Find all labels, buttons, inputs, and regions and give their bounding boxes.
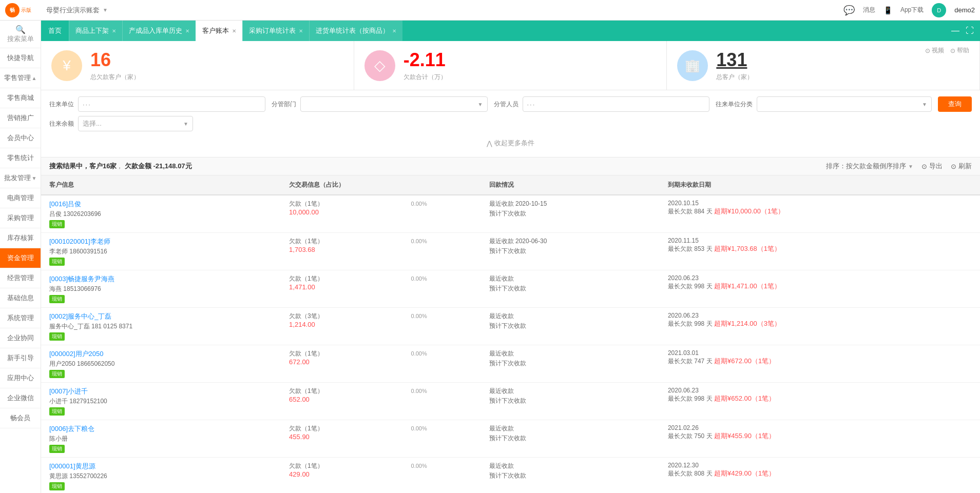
- overdue-link-0[interactable]: 超期¥10,000.00（1笔）: [714, 207, 784, 215]
- customer-name-link-4[interactable]: [000002]用户2050: [49, 349, 273, 359]
- table-row: [000002]用户2050 用户2050 18665062050 现销 欠款（…: [41, 345, 980, 383]
- overdue-link-4[interactable]: 超期¥672.00（1笔）: [714, 357, 775, 365]
- cell-customer-5: [0007]小进千 小进千 18279152100 现销: [41, 383, 281, 420]
- main-wrapper: 🔍 搜索菜单 快捷导航 零售管理 ▲ 零售商城 营销推广 会员中心 零售统计: [0, 21, 980, 493]
- sidebar-item-ecommerce[interactable]: 电商管理: [0, 188, 41, 208]
- sidebar-item-enterprise-wechat[interactable]: 企业微信: [0, 388, 41, 408]
- user-avatar[interactable]: D: [932, 3, 946, 17]
- overdue-link-1[interactable]: 超期¥1,703.68（1笔）: [714, 245, 781, 252]
- tab-inbound-stats-close[interactable]: ✕: [392, 28, 396, 34]
- sidebar-item-finance[interactable]: 资金管理: [0, 248, 41, 268]
- export-btn[interactable]: ⊙ 导出: [921, 162, 943, 171]
- data-table: 客户信息 欠交易信息（占比） 回款情况 到期未收款日期 [0016]吕俊 吕俊 …: [41, 175, 980, 493]
- cell-due-0: 2020.10.15 最长欠款 884 天 超期¥10,000.00（1笔）: [660, 195, 980, 233]
- owe-pct-1: 0.00%: [411, 238, 473, 244]
- sidebar-item-batch-mgmt[interactable]: 批发管理 ▼: [0, 168, 41, 188]
- tab-product-inbound[interactable]: 产成品入库单历史 ✕: [122, 21, 196, 41]
- overdue-days-0: 最长欠款 884 天 超期¥10,000.00（1笔）: [668, 207, 972, 216]
- tab-customer-account[interactable]: 客户账本 ✕: [196, 21, 242, 41]
- owe-amount-4[interactable]: 672.00: [289, 358, 394, 366]
- collapse-btn[interactable]: ⋀ 收起更多条件: [49, 135, 972, 151]
- sidebar-item-member[interactable]: 会员中心: [0, 128, 41, 148]
- owe-amount-6[interactable]: 455.90: [289, 433, 394, 441]
- due-date-3: 2020.06.23: [668, 312, 972, 319]
- tab-customer-account-close[interactable]: ✕: [232, 28, 236, 34]
- sidebar-item-basic-info[interactable]: 基础信息: [0, 288, 41, 308]
- owe-amount-7[interactable]: 429.00: [289, 470, 394, 478]
- owe-amount-5[interactable]: 652.00: [289, 396, 394, 403]
- message-icon[interactable]: 💬: [843, 5, 855, 16]
- content-area: 首页 商品上下架 ✕ 产成品入库单历史 ✕ 客户账本 ✕ 采购订单统计表 ✕: [41, 21, 980, 493]
- customer-name-link-1[interactable]: [0001020001]李老师: [49, 237, 273, 246]
- sidebar-item-purchase[interactable]: 采购管理: [0, 208, 41, 228]
- tab-inbound-stats[interactable]: 进货单统计表（按商品） ✕: [309, 21, 402, 41]
- sidebar-item-new-guide[interactable]: 新手引导: [0, 348, 41, 368]
- export-label: 导出: [929, 162, 943, 171]
- view-btn[interactable]: ⊙ 视频: [925, 46, 944, 55]
- overdue-link-6[interactable]: 超期¥455.90（1笔）: [714, 432, 775, 440]
- customer-phone-1: 李老师 18600391516: [49, 247, 273, 256]
- owe-label-0: 欠款（1笔）: [289, 200, 394, 208]
- tab-minimize-btn[interactable]: —: [949, 25, 962, 36]
- tab-product-offshelf-close[interactable]: ✕: [112, 28, 116, 34]
- sidebar-item-quick-nav[interactable]: 快捷导航: [0, 48, 41, 68]
- overdue-link-3[interactable]: 超期¥1,214.00（3笔）: [714, 320, 781, 327]
- customer-name-link-0[interactable]: [0016]吕俊: [49, 200, 273, 209]
- last-collect-5: 最近收款: [489, 387, 651, 396]
- user-name[interactable]: demo2: [954, 6, 975, 14]
- source-unit-input[interactable]: ···: [78, 96, 265, 112]
- th-owe-info: 欠交易信息（占比）: [281, 175, 481, 195]
- tab-maximize-btn[interactable]: ⛶: [964, 25, 976, 36]
- sidebar-item-retail-mgmt[interactable]: 零售管理 ▲: [0, 68, 41, 88]
- overdue-link-5[interactable]: 超期¥652.00（1笔）: [714, 395, 775, 402]
- dept-select[interactable]: ▼: [300, 96, 488, 112]
- tab-product-inbound-close[interactable]: ✕: [185, 28, 189, 34]
- person-input[interactable]: ···: [523, 96, 710, 112]
- unit-category-select[interactable]: ▼: [757, 96, 932, 112]
- sidebar-item-retail-mall[interactable]: 零售商城: [0, 88, 41, 108]
- owe-amount-2[interactable]: 1,471.00: [289, 283, 394, 291]
- owe-amount-0[interactable]: 10,000.00: [289, 208, 394, 216]
- customer-phone-7: 黄思源 13552700226: [49, 472, 273, 481]
- help-btn[interactable]: ⊙ 帮助: [950, 46, 969, 55]
- sidebar-item-enterprise-collab[interactable]: 企业协同: [0, 328, 41, 348]
- tab-purchase-order-close[interactable]: ✕: [299, 28, 303, 34]
- customer-name-link-6[interactable]: [0006]去下粮仓: [49, 424, 273, 433]
- sort-selector[interactable]: 排序：按欠款金额倒序排序 ▼: [826, 162, 913, 171]
- tab-purchase-order[interactable]: 采购订单统计表 ✕: [242, 21, 309, 41]
- sidebar-item-app-center[interactable]: 应用中心: [0, 368, 41, 388]
- sidebar-item-system[interactable]: 系统管理: [0, 308, 41, 328]
- tab-home[interactable]: 首页: [41, 21, 69, 41]
- balance-select[interactable]: 选择... ▼: [78, 116, 193, 131]
- overdue-link-7[interactable]: 超期¥429.00（1笔）: [714, 469, 775, 477]
- sidebar-item-search[interactable]: 🔍 搜索菜单: [0, 21, 41, 48]
- owe-pct-6: 0.00%: [411, 425, 473, 431]
- sidebar-item-retail-stats[interactable]: 零售统计: [0, 148, 41, 168]
- topbar-right: 💬 消息 📱 App下载 D demo2: [843, 3, 975, 17]
- customer-name-link-5[interactable]: [0007]小进千: [49, 387, 273, 396]
- customer-phone-4: 用户2050 18665062050: [49, 360, 273, 368]
- table-header-row: 客户信息 欠交易信息（占比） 回款情况 到期未收款日期: [41, 175, 980, 195]
- brand-chevron[interactable]: ▼: [103, 7, 108, 13]
- sidebar-item-inventory[interactable]: 库存核算: [0, 228, 41, 248]
- overdue-days-1: 最长欠款 853 天 超期¥1,703.68（1笔）: [668, 244, 972, 253]
- next-collect-2: 预计下次收款: [489, 284, 651, 293]
- cell-pct-6: 0.00%: [403, 420, 481, 458]
- overdue-link-2[interactable]: 超期¥1,471.00（1笔）: [714, 282, 781, 290]
- tab-product-offshelf[interactable]: 商品上下架 ✕: [69, 21, 122, 41]
- cell-pct-0: 0.00%: [403, 195, 481, 233]
- query-button[interactable]: 查询: [938, 96, 972, 112]
- owe-amount-3[interactable]: 1,214.00: [289, 321, 394, 328]
- customer-name-link-3[interactable]: [0002]服务中心_丁磊: [49, 312, 273, 321]
- sidebar-item-marketing[interactable]: 营销推广: [0, 108, 41, 128]
- refresh-btn[interactable]: ⊙ 刷新: [951, 162, 972, 171]
- message-label[interactable]: 消息: [863, 6, 875, 14]
- due-date-5: 2020.06.23: [668, 387, 972, 394]
- sidebar-item-operations[interactable]: 经营管理: [0, 268, 41, 288]
- customer-name-link-7[interactable]: [000001]黄思源: [49, 462, 273, 471]
- owe-amount-1[interactable]: 1,703.68: [289, 246, 394, 253]
- customer-name-link-2[interactable]: [0003]畅捷服务尹海燕: [49, 274, 273, 284]
- stat-value-amount: -2.11: [403, 49, 447, 71]
- sidebar-item-member-vip[interactable]: 畅会员: [0, 408, 41, 428]
- appdownload-label[interactable]: App下载: [900, 6, 924, 14]
